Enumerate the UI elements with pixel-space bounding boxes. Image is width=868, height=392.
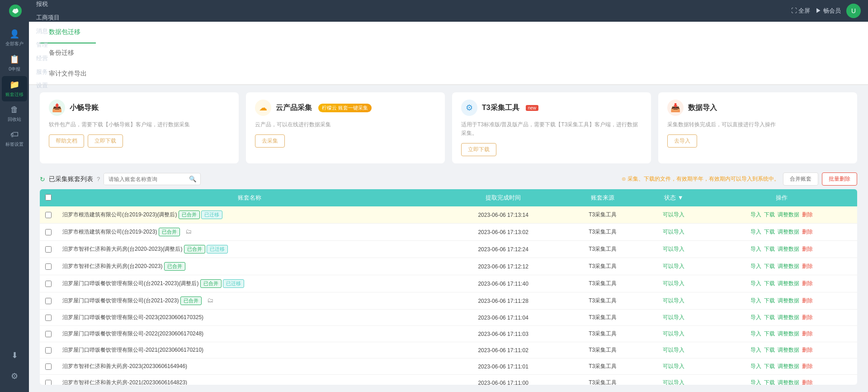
action-btn-下载[interactable]: 下载 [764, 263, 775, 269]
action-btn-删除[interactable]: 删除 [802, 330, 813, 337]
action-btn-导入[interactable]: 导入 [750, 379, 761, 385]
action-btn-导入[interactable]: 导入 [750, 314, 761, 320]
action-btn-下载[interactable]: 下载 [764, 280, 775, 287]
row-tag: 已迁移 [201, 210, 222, 219]
row-actions: 导入下载调整数据删除 [706, 292, 857, 310]
nav-item-管理[interactable]: 管理 [31, 38, 65, 52]
row-checkbox-5[interactable] [45, 298, 52, 304]
nav-item-工商项目[interactable]: 工商项目 [31, 11, 65, 24]
main-layout: 👤 全部客户 📋 0申报 📁 账套迁移 🗑 回收站 🏷 标签设置 ⬇ ⚙ 数据包… [0, 22, 868, 392]
action-btn-导入[interactable]: 导入 [750, 211, 761, 218]
status-badge: 可以导入 [663, 297, 684, 304]
nav-item-经营[interactable]: 经营 [31, 52, 65, 65]
select-all-checkbox[interactable] [45, 194, 52, 201]
row-status: 可以导入 [642, 310, 706, 326]
refresh-icon[interactable]: ↻ [40, 176, 45, 183]
action-btn-调整数据[interactable]: 调整数据 [778, 211, 799, 218]
btn-go-import[interactable]: 去导入 [667, 134, 697, 148]
action-btn-调整数据[interactable]: 调整数据 [778, 246, 799, 252]
action-btn-调整数据[interactable]: 调整数据 [778, 229, 799, 235]
sidebar-item-1[interactable]: 📋 0申报 [2, 51, 27, 76]
btn-help-doc[interactable]: 帮助文档 [49, 134, 84, 148]
sidebar-item-download[interactable]: ⬇ [2, 347, 27, 364]
action-btn-删除[interactable]: 删除 [802, 263, 813, 269]
action-btn-调整数据[interactable]: 调整数据 [778, 363, 799, 369]
help-icon[interactable]: ? [97, 176, 100, 182]
action-btn-下载[interactable]: 下载 [764, 229, 775, 235]
sidebar-item-4[interactable]: 🏷 标签设置 [2, 126, 27, 151]
action-btn-下载[interactable]: 下载 [764, 314, 775, 320]
search-button[interactable]: 🔍 [185, 173, 200, 185]
action-btn-导入[interactable]: 导入 [750, 246, 761, 252]
sidebar-item-3[interactable]: 🗑 回收站 [2, 101, 27, 126]
row-checkbox-9[interactable] [45, 363, 52, 370]
row-time: 2023-06-06 17:11:28 [442, 292, 564, 310]
nav-item-设置[interactable]: 设置 [31, 79, 65, 92]
user-avatar[interactable]: U [846, 4, 861, 18]
action-btn-下载[interactable]: 下载 [764, 297, 775, 304]
btn-merge[interactable]: 合并账套 [783, 172, 818, 186]
row-checkbox-3[interactable] [45, 263, 52, 270]
member-btn[interactable]: ▶ 畅会员 [816, 7, 841, 15]
card-xiaochang-title: 小畅导账 [70, 103, 99, 113]
action-btn-下载[interactable]: 下载 [764, 363, 775, 369]
action-btn-删除[interactable]: 删除 [802, 297, 813, 304]
action-btn-导入[interactable]: 导入 [750, 363, 761, 369]
action-btn-删除[interactable]: 删除 [802, 379, 813, 385]
row-source: T3采集工具 [564, 326, 642, 342]
action-btn-导入[interactable]: 导入 [750, 263, 761, 269]
action-btn-下载[interactable]: 下载 [764, 379, 775, 385]
row-checkbox-0[interactable] [45, 212, 52, 218]
sidebar-item-2[interactable]: 📁 账套迁移 [2, 76, 27, 101]
table-section: ↻ 已采集账套列表 ? 🔍 ⊙ 采集、下载的文件，有效期半年，有效期内可以导入到… [29, 169, 868, 392]
btn-download-xiaochang[interactable]: 立即下载 [88, 134, 123, 148]
action-btn-调整数据[interactable]: 调整数据 [778, 347, 799, 353]
action-btn-调整数据[interactable]: 调整数据 [778, 297, 799, 304]
row-checkbox-7[interactable] [45, 331, 52, 337]
action-btn-下载[interactable]: 下载 [764, 211, 775, 218]
action-btn-删除[interactable]: 删除 [802, 229, 813, 235]
sidebar-item-0[interactable]: 👤 全部客户 [2, 25, 27, 51]
sidebar-icon-0: 👤 [9, 29, 19, 39]
search-input[interactable] [104, 174, 185, 185]
action-btn-删除[interactable]: 删除 [802, 280, 813, 287]
row-checkbox-10[interactable] [45, 380, 52, 385]
action-btn-调整数据[interactable]: 调整数据 [778, 263, 799, 269]
row-source: T3采集工具 [564, 258, 642, 275]
action-btn-导入[interactable]: 导入 [750, 229, 761, 235]
row-checkbox-4[interactable] [45, 281, 52, 287]
fullscreen-btn[interactable]: ⛶ 全屏 [791, 7, 811, 15]
row-checkbox-2[interactable] [45, 246, 52, 253]
action-btn-下载[interactable]: 下载 [764, 246, 775, 252]
action-btn-删除[interactable]: 删除 [802, 211, 813, 218]
action-btn-导入[interactable]: 导入 [750, 347, 761, 353]
row-checkbox-8[interactable] [45, 347, 52, 354]
action-btn-调整数据[interactable]: 调整数据 [778, 379, 799, 385]
action-btn-导入[interactable]: 导入 [750, 297, 761, 304]
sidebar-icon-3: 🗑 [10, 105, 19, 115]
action-btn-删除[interactable]: 删除 [802, 314, 813, 320]
row-checkbox-1[interactable] [45, 229, 52, 235]
btn-delete-batch[interactable]: 批量删除 [822, 172, 857, 186]
action-btn-调整数据[interactable]: 调整数据 [778, 314, 799, 320]
sidebar-item-settings[interactable]: ⚙ [2, 368, 27, 385]
btn-download-t3[interactable]: 立即下载 [461, 143, 496, 156]
sidebar-label-4: 标签设置 [5, 141, 24, 148]
row-checkbox-6[interactable] [45, 315, 52, 321]
status-badge: 可以导入 [663, 263, 684, 269]
action-btn-下载[interactable]: 下载 [764, 347, 775, 353]
nav-item-报税[interactable]: 报税 [31, 0, 65, 11]
btn-go-collect[interactable]: 去采集 [255, 134, 285, 148]
action-btn-下载[interactable]: 下载 [764, 330, 775, 337]
action-btn-删除[interactable]: 删除 [802, 246, 813, 252]
action-btn-删除[interactable]: 删除 [802, 363, 813, 369]
card-dataimport-desc: 采集数据转换完成后，可以直接进行导入操作 [667, 120, 848, 129]
nav-item-服务[interactable]: 服务 [31, 65, 65, 79]
action-btn-导入[interactable]: 导入 [750, 280, 761, 287]
nav-item-消息[interactable]: 消息 [31, 24, 65, 38]
action-btn-调整数据[interactable]: 调整数据 [778, 330, 799, 337]
action-btn-导入[interactable]: 导入 [750, 330, 761, 337]
sidebar-icon-2: 📁 [9, 80, 19, 90]
action-btn-调整数据[interactable]: 调整数据 [778, 280, 799, 287]
action-btn-删除[interactable]: 删除 [802, 347, 813, 353]
